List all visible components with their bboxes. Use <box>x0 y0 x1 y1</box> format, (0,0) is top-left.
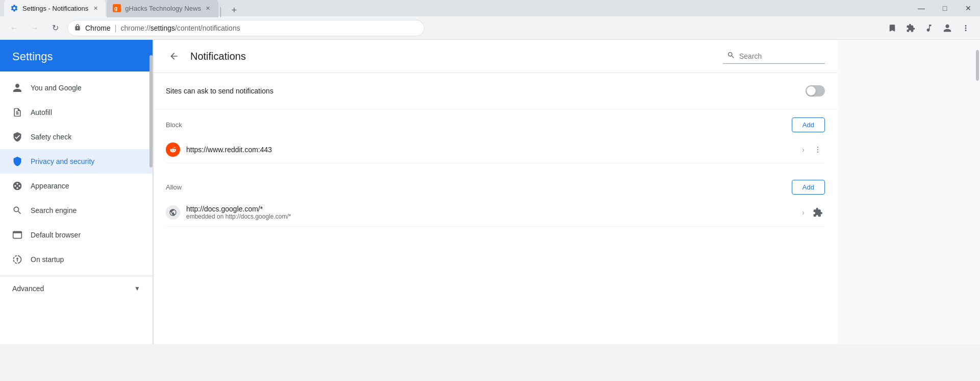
address-protocol: Chrome <box>85 24 111 32</box>
main-content: Notifications Sites can ask to send noti… <box>153 40 837 344</box>
settings-sidebar: Settings You and Google Autofill <box>0 40 153 344</box>
svg-rect-8 <box>13 231 22 233</box>
sidebar-item-you-and-google[interactable]: You and Google <box>0 76 153 100</box>
svg-text:g: g <box>114 6 117 11</box>
allow-add-button[interactable]: Add <box>792 180 825 195</box>
media-button[interactable] <box>921 20 937 36</box>
address-text: chrome://settings/content/notifications <box>120 24 240 32</box>
on-startup-label: On startup <box>31 255 64 264</box>
ghacks-favicon: g <box>113 4 121 12</box>
allow-section-header: Allow Add <box>166 180 825 195</box>
panel-title: Notifications <box>190 51 715 62</box>
search-input[interactable] <box>739 52 816 60</box>
advanced-item[interactable]: Advanced ▼ <box>0 276 153 301</box>
sidebar-item-privacy-and-security[interactable]: Privacy and security <box>0 149 153 174</box>
bookmark-button[interactable] <box>884 20 900 36</box>
sidebar-header: Settings <box>0 40 153 72</box>
settings-favicon <box>10 4 18 12</box>
menu-button[interactable] <box>958 20 974 36</box>
safety-check-icon <box>12 132 22 142</box>
tab-settings-close[interactable]: ✕ <box>91 4 99 12</box>
toggle-section: Sites can ask to send notifications <box>154 73 837 109</box>
block-add-button[interactable]: Add <box>792 117 825 132</box>
sidebar-title: Settings <box>12 50 53 63</box>
autofill-icon <box>12 107 22 117</box>
block-section-header: Block Add <box>166 117 825 132</box>
reddit-favicon <box>166 142 180 157</box>
search-icon <box>727 51 735 61</box>
privacy-and-security-label: Privacy and security <box>31 157 94 165</box>
svg-point-4 <box>16 183 18 184</box>
reddit-site-url: https://www.reddit.com:443 <box>186 146 272 154</box>
nav-right-icons <box>884 20 974 36</box>
tab-ghacks-title: gHacks Technology News <box>125 5 201 12</box>
google-docs-url: http://docs.google.com/* <box>186 205 796 213</box>
reddit-site-row: https://www.reddit.com:443 › <box>166 136 825 163</box>
maximize-button[interactable]: □ <box>933 1 957 16</box>
profile-button[interactable] <box>939 20 956 36</box>
add-tab-button[interactable]: + <box>227 3 241 17</box>
forward-button[interactable]: → <box>27 20 43 36</box>
sidebar-item-search-engine[interactable]: Search engine <box>0 198 153 223</box>
svg-point-11 <box>817 149 818 150</box>
block-section-title: Block <box>166 121 792 129</box>
svg-point-5 <box>19 185 20 186</box>
google-docs-sub: embedded on http://docs.google.com/* <box>186 213 796 220</box>
tab-separator <box>220 7 221 17</box>
sidebar-nav: You and Google Autofill Safety check <box>0 72 153 276</box>
chevron-down-icon: ▼ <box>134 285 140 292</box>
appearance-icon <box>12 181 22 191</box>
sidebar-footer: Advanced ▼ <box>0 276 153 301</box>
window-controls: — □ ✕ <box>910 1 980 16</box>
toggle-label: Sites can ask to send notifications <box>166 87 806 95</box>
svg-point-12 <box>817 152 818 153</box>
globe-favicon <box>166 205 180 220</box>
google-docs-extension-button[interactable] <box>811 205 825 220</box>
right-panel <box>837 40 980 344</box>
person-icon <box>12 83 22 93</box>
search-engine-label: Search engine <box>31 206 77 215</box>
svg-point-10 <box>817 147 818 148</box>
close-button[interactable]: ✕ <box>957 1 980 16</box>
safety-check-label: Safety check <box>31 133 71 141</box>
address-bar[interactable]: Chrome | chrome://settings/content/notif… <box>67 20 424 36</box>
tab-ghacks[interactable]: g gHacks Technology News ✕ <box>107 0 218 17</box>
sidebar-item-on-startup[interactable]: On startup <box>0 247 153 272</box>
google-docs-site-row: http://docs.google.com/* embedded on htt… <box>166 199 825 227</box>
lock-icon <box>74 23 81 32</box>
tab-settings[interactable]: Settings - Notifications ✕ <box>4 0 106 17</box>
allow-section-title: Allow <box>166 183 792 191</box>
search-engine-icon <box>12 205 22 216</box>
autofill-label: Autofill <box>31 108 52 116</box>
sidebar-scrollbar-thumb[interactable] <box>149 55 153 168</box>
sidebar-item-default-browser[interactable]: Default browser <box>0 223 153 247</box>
sidebar-scrollbar[interactable] <box>149 40 153 344</box>
google-docs-site-info: http://docs.google.com/* embedded on htt… <box>186 205 796 220</box>
minimize-button[interactable]: — <box>910 1 933 16</box>
panel-header: Notifications <box>154 40 837 73</box>
svg-point-2 <box>13 182 22 190</box>
tab-ghacks-close[interactable]: ✕ <box>204 4 212 12</box>
sidebar-item-appearance[interactable]: Appearance <box>0 174 153 198</box>
appearance-label: Appearance <box>31 182 69 190</box>
svg-point-3 <box>14 185 16 186</box>
refresh-button[interactable]: ↻ <box>47 20 63 36</box>
reddit-expand-icon[interactable]: › <box>802 146 805 154</box>
google-docs-expand-icon[interactable]: › <box>802 208 805 217</box>
extensions-button[interactable] <box>902 20 919 36</box>
sidebar-item-autofill[interactable]: Autofill <box>0 100 153 125</box>
notifications-toggle[interactable] <box>806 85 825 97</box>
reddit-site-info: https://www.reddit.com:443 <box>186 145 796 154</box>
sidebar-item-safety-check[interactable]: Safety check <box>0 125 153 149</box>
tab-settings-title: Settings - Notifications <box>22 5 88 12</box>
back-to-privacy-button[interactable] <box>166 48 182 64</box>
right-scrollbar <box>976 40 980 344</box>
navigation-bar: ← → ↻ Chrome | chrome://settings/content… <box>0 16 980 40</box>
privacy-icon <box>12 156 22 166</box>
browser-titlebar: Settings - Notifications ✕ g gHacks Tech… <box>0 0 980 16</box>
reddit-more-button[interactable] <box>811 142 825 157</box>
right-scrollbar-thumb[interactable] <box>976 50 979 81</box>
on-startup-icon <box>12 254 22 265</box>
back-button[interactable]: ← <box>6 20 22 36</box>
notifications-search-box[interactable] <box>723 49 825 64</box>
